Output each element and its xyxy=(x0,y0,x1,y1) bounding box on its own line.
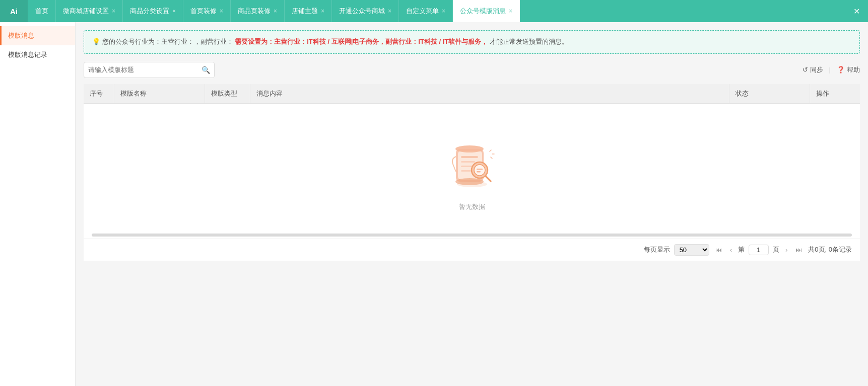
nav-tab-category-settings[interactable]: 商品分类设置× xyxy=(123,0,183,22)
nav-tab-shop-settings[interactable]: 微商城店铺设置× xyxy=(56,0,123,22)
empty-text: 暂无数据 xyxy=(459,202,485,211)
nav-tab-label: 商品页装修 xyxy=(238,7,271,16)
page-size-select[interactable]: 102050100 xyxy=(674,244,709,256)
notice-suffix: 才能正常发送预置的消息。 xyxy=(490,38,568,45)
svg-rect-13 xyxy=(477,171,481,173)
page-di-label: 第 xyxy=(738,245,745,254)
col-header-content: 消息内容 xyxy=(250,84,729,104)
nav-tab-close-template-msg[interactable]: × xyxy=(509,8,512,15)
sidebar: 模版消息模版消息记录 xyxy=(0,22,76,386)
nav-tab-label: 公众号模版消息 xyxy=(460,7,506,16)
notice-highlight: 需要设置为：主营行业：IT科技 / 互联网|电子商务，副营行业：IT科技 / I… xyxy=(235,38,488,45)
sidebar-item-template-msg-record[interactable]: 模版消息记录 xyxy=(0,45,75,64)
nav-tab-label: 首页装修 xyxy=(190,7,217,16)
horizontal-scrollbar[interactable] xyxy=(92,234,852,237)
sync-label: 同步 xyxy=(810,65,823,74)
sync-icon: ↺ xyxy=(803,66,808,73)
nav-tab-close-open-mall[interactable]: × xyxy=(388,8,391,15)
nav-tab-open-mall[interactable]: 开通公众号商城× xyxy=(332,0,399,22)
next-page-btn[interactable]: › xyxy=(783,246,789,254)
nav-tab-close-home-decoration[interactable]: × xyxy=(220,8,223,15)
nav-tab-shop-theme[interactable]: 店铺主题× xyxy=(285,0,332,22)
svg-point-7 xyxy=(455,145,484,152)
notice-prefix: 您的公众号行业为：主营行业：，副营行业： xyxy=(102,38,233,45)
notice-icon: 💡 xyxy=(92,38,100,45)
scrollbar-row xyxy=(84,231,860,239)
nav-tab-label: 首页 xyxy=(35,7,48,16)
first-page-btn[interactable]: ⏮ xyxy=(713,246,724,254)
current-page-input[interactable] xyxy=(749,245,769,255)
search-input-wrap: 🔍 xyxy=(84,62,215,78)
nav-tab-product-decoration[interactable]: 商品页装修× xyxy=(231,0,285,22)
nav-tab-template-msg[interactable]: 公众号模版消息× xyxy=(453,0,520,22)
content-area: 💡 您的公众号行业为：主营行业：，副营行业： 需要设置为：主营行业：IT科技 /… xyxy=(76,22,868,386)
help-label: 帮助 xyxy=(847,65,860,74)
search-row: 🔍 ↺ 同步 | ❓ 帮助 xyxy=(84,62,860,78)
svg-point-10 xyxy=(474,165,485,176)
top-nav: Ai 首页微商城店铺设置×商品分类设置×首页装修×商品页装修×店铺主题×开通公众… xyxy=(0,0,868,22)
help-icon: ❓ xyxy=(837,66,845,73)
col-header-index: 序号 xyxy=(84,84,114,104)
logo-tab: Ai xyxy=(0,0,28,22)
nav-tab-label: 自定义菜单 xyxy=(406,7,439,16)
col-header-status: 状态 xyxy=(729,84,810,104)
page-size-label: 每页显示 xyxy=(644,245,670,254)
svg-rect-12 xyxy=(477,169,483,170)
main-layout: 模版消息模版消息记录 💡 您的公众号行业为：主营行业：，副营行业： 需要设置为：… xyxy=(0,22,868,386)
col-header-action: 操作 xyxy=(810,84,860,104)
table-container: 序号 模版名称 模版类型 消息内容 状态 操作 xyxy=(84,84,860,261)
nav-tab-label: 开通公众号商城 xyxy=(339,7,385,16)
table-header-row: 序号 模版名称 模版类型 消息内容 状态 操作 xyxy=(84,84,860,104)
nav-tab-close-category-settings[interactable]: × xyxy=(172,8,176,15)
nav-tab-close-shop-settings[interactable]: × xyxy=(112,8,115,15)
sidebar-item-template-msg[interactable]: 模版消息 xyxy=(0,26,75,45)
close-all-button[interactable]: ✕ xyxy=(845,0,868,22)
notice-box: 💡 您的公众号行业为：主营行业：，副营行业： 需要设置为：主营行业：IT科技 /… xyxy=(84,30,860,54)
nav-tab-label: 店铺主题 xyxy=(292,7,318,16)
help-button[interactable]: ❓ 帮助 xyxy=(837,65,860,74)
nav-tab-custom-menu[interactable]: 自定义菜单× xyxy=(399,0,453,22)
col-header-type: 模版类型 xyxy=(205,84,250,104)
toolbar-right: ↺ 同步 | ❓ 帮助 xyxy=(803,65,860,74)
data-table: 序号 模版名称 模版类型 消息内容 状态 操作 xyxy=(84,84,860,104)
search-input[interactable] xyxy=(88,66,202,73)
pagination: 每页显示 102050100 ⏮ ‹ 第 页 › ⏭ 共0页, 0条记录 xyxy=(84,239,860,261)
nav-tab-label: 微商城店铺设置 xyxy=(63,7,109,16)
search-icon[interactable]: 🔍 xyxy=(202,66,210,74)
prev-page-btn[interactable]: ‹ xyxy=(728,246,734,254)
svg-line-16 xyxy=(491,157,492,159)
sync-button[interactable]: ↺ 同步 xyxy=(803,65,823,74)
col-header-name: 模版名称 xyxy=(114,84,205,104)
svg-point-8 xyxy=(455,178,484,185)
nav-tab-close-shop-theme[interactable]: × xyxy=(321,8,324,15)
svg-rect-4 xyxy=(461,161,475,163)
empty-state: 暂无数据 xyxy=(84,104,860,231)
page-label: 页 xyxy=(773,245,779,254)
svg-line-14 xyxy=(490,150,491,151)
svg-rect-3 xyxy=(461,156,478,158)
pagination-summary: 共0页, 0条记录 xyxy=(808,245,852,254)
logo-text: Ai xyxy=(10,7,18,16)
empty-state-icon xyxy=(442,134,502,194)
nav-tab-label: 商品分类设置 xyxy=(130,7,169,16)
nav-tab-close-custom-menu[interactable]: × xyxy=(442,8,445,15)
last-page-btn[interactable]: ⏭ xyxy=(793,246,804,254)
svg-rect-6 xyxy=(461,170,471,172)
nav-tab-home-decoration[interactable]: 首页装修× xyxy=(183,0,231,22)
svg-line-11 xyxy=(486,176,491,181)
nav-tab-close-product-decoration[interactable]: × xyxy=(274,8,277,15)
toolbar-divider: | xyxy=(829,66,831,73)
nav-tab-home[interactable]: 首页 xyxy=(28,0,56,22)
